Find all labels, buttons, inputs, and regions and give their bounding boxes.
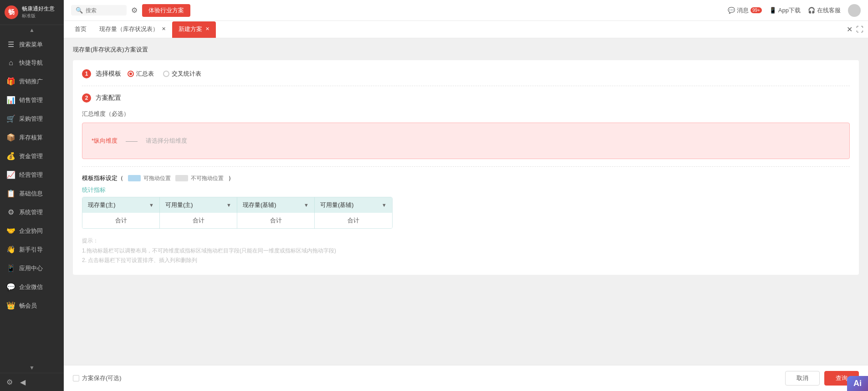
indicator-label: 模板指标设定（	[82, 174, 123, 182]
app-sub: 标准版	[22, 13, 55, 19]
settings-gear-icon[interactable]: ⚙	[131, 6, 138, 15]
radio-summary-circle	[128, 71, 134, 77]
non-draggable-box	[175, 175, 188, 181]
tab-new-scheme[interactable]: 新建方案 ✕	[172, 21, 216, 38]
radio-cross-circle	[163, 71, 169, 77]
ai-badge[interactable]: Ai	[847, 376, 868, 391]
save-checkbox[interactable]	[73, 375, 79, 381]
app-download-btn[interactable]: 📱 App下载	[769, 6, 801, 15]
message-btn[interactable]: 💬 消息 99+	[728, 6, 762, 15]
step2-row: 2 方案配置	[82, 93, 850, 103]
logo-icon: 畅	[5, 5, 18, 19]
step1-row: 1 选择模板 汇总表 交叉统计表	[82, 69, 850, 78]
sidebar-footer: ⚙ ◀	[0, 373, 64, 391]
stats-col-1[interactable]: 可用量(主) ▼	[160, 197, 237, 213]
sidebar-item-new-user[interactable]: 👋 新手引导	[0, 240, 64, 259]
sidebar-item-cooperation[interactable]: 🤝 企业协同	[0, 221, 64, 240]
chevron-1: ▼	[226, 202, 231, 208]
drag-label: 可拖动位置	[143, 175, 171, 182]
sidebar-item-label: 企业协同	[19, 227, 43, 235]
tip-item-1: 2. 点击标题栏下拉可设置排序、插入列和删除列	[82, 257, 197, 263]
stats-body-col-0: 合计	[82, 213, 160, 228]
dim-placeholder[interactable]: 请选择分组维度	[146, 137, 187, 145]
sidebar-item-label: 采购管理	[19, 115, 43, 123]
settings-icon[interactable]: ⚙	[6, 378, 13, 386]
page-title: 现存量(库存状况表)方案设置	[73, 46, 859, 54]
header-right: 💬 消息 99+ 📱 App下载 🎧 在线客服	[728, 4, 861, 17]
col-name-3: 可用量(基辅)	[320, 201, 354, 209]
radio-cross[interactable]: 交叉统计表	[163, 70, 201, 78]
sidebar-scroll-up[interactable]: ▲	[0, 25, 64, 35]
sidebar-item-label: 经营管理	[19, 171, 43, 179]
search-menu-icon: ☰	[6, 40, 15, 49]
new-user-icon: 👋	[6, 245, 15, 254]
stats-body: 合计 合计 合计 合计	[82, 213, 392, 228]
sidebar-item-label: 畅会员	[19, 302, 37, 310]
sidebar-item-search-menu[interactable]: ☰ 搜索菜单	[0, 35, 64, 54]
sidebar-item-operations[interactable]: 📈 经营管理	[0, 165, 64, 184]
no-drag-label: 不可拖动位置	[191, 175, 224, 182]
sidebar-item-system[interactable]: ⚙ 系统管理	[0, 203, 64, 221]
member-icon: 👑	[6, 301, 15, 310]
sidebar-scroll-down[interactable]: ▼	[0, 363, 64, 373]
finance-icon: 💰	[6, 152, 15, 160]
sidebar-item-marketing[interactable]: 🎁 营销推广	[0, 72, 64, 91]
inventory-icon: 📦	[6, 133, 15, 142]
operations-icon: 📈	[6, 170, 15, 179]
divider2	[82, 166, 850, 167]
trial-btn[interactable]: 体验行业方案	[142, 4, 190, 17]
headset-icon: 🎧	[808, 7, 815, 14]
col-name-1: 可用量(主)	[165, 201, 193, 209]
sidebar-item-sales[interactable]: 📊 销售管理	[0, 91, 64, 109]
search-input[interactable]	[86, 7, 122, 14]
sidebar-item-purchase[interactable]: 🛒 采购管理	[0, 109, 64, 128]
step1-badge: 1	[82, 69, 91, 78]
stats-table: 现存量(主) ▼ 可用量(主) ▼ 现存量(基辅) ▼ 可用量(基辅) ▼	[82, 197, 393, 229]
stats-col-3[interactable]: 可用量(基辅) ▼	[315, 197, 392, 213]
dim-dash: ——	[126, 138, 138, 144]
sidebar-item-label: 搜索菜单	[19, 41, 43, 49]
step1-title: 选择模板	[96, 70, 121, 78]
radio-summary-label: 汇总表	[136, 70, 154, 78]
expand-panel-icon[interactable]: ⛶	[856, 26, 863, 34]
scheme-settings-card: 1 选择模板 汇总表 交叉统计表 2 方案配置	[73, 60, 859, 275]
basic-info-icon: 📋	[6, 189, 15, 198]
stats-col-2[interactable]: 现存量(基辅) ▼	[237, 197, 315, 213]
online-service-label: 在线客服	[817, 6, 841, 15]
sidebar-item-label: 企业微信	[19, 283, 43, 291]
panel-controls: ✕ ⛶	[847, 25, 863, 34]
tab-home[interactable]: 首页	[68, 21, 93, 38]
stats-col-0[interactable]: 现存量(主) ▼	[82, 197, 160, 213]
draggable-box	[128, 175, 141, 181]
collapse-icon[interactable]: ◀	[20, 378, 26, 386]
cancel-button[interactable]: 取消	[785, 371, 820, 386]
sidebar-item-quick-nav[interactable]: ⌂ 快捷导航	[0, 54, 64, 72]
dimension-error-box: *纵向维度 —— 请选择分组维度	[82, 123, 850, 159]
save-option: 方案保存(可选)	[73, 374, 122, 382]
radio-cross-label: 交叉统计表	[172, 70, 201, 78]
tab-inventory-status[interactable]: 现存量（库存状况表） ✕	[93, 21, 172, 38]
chevron-0: ▼	[149, 202, 154, 208]
sidebar-item-inventory[interactable]: 📦 库存核算	[0, 128, 64, 147]
sidebar-item-member[interactable]: 👑 畅会员	[0, 296, 64, 315]
user-avatar[interactable]	[848, 4, 861, 17]
marketing-icon: 🎁	[6, 77, 15, 86]
online-service-btn[interactable]: 🎧 在线客服	[808, 6, 841, 15]
message-badge: 99+	[751, 7, 762, 13]
dimension-label: 汇总维度（必选）	[82, 110, 850, 118]
sidebar-item-app-center[interactable]: 📱 应用中心	[0, 259, 64, 278]
tab-new-scheme-close-icon[interactable]: ✕	[205, 26, 209, 32]
sidebar-item-finance[interactable]: 💰 资金管理	[0, 147, 64, 165]
drag-legend-draggable: 可拖动位置	[128, 175, 171, 182]
app-center-icon: 📱	[6, 264, 15, 273]
tab-inventory-close-icon[interactable]: ✕	[162, 26, 166, 32]
app-name: 畅康通好生意	[22, 5, 55, 13]
sidebar-item-wechat[interactable]: 💬 企业微信	[0, 278, 64, 296]
radio-summary[interactable]: 汇总表	[128, 70, 154, 78]
search-box: 🔍	[71, 5, 127, 15]
vertical-dim-label: *纵向维度	[92, 137, 117, 145]
stats-body-col-3: 合计	[315, 213, 392, 228]
close-panel-icon[interactable]: ✕	[847, 25, 853, 34]
sidebar-item-basic-info[interactable]: 📋 基础信息	[0, 184, 64, 203]
sidebar-item-label: 应用中心	[19, 264, 43, 273]
